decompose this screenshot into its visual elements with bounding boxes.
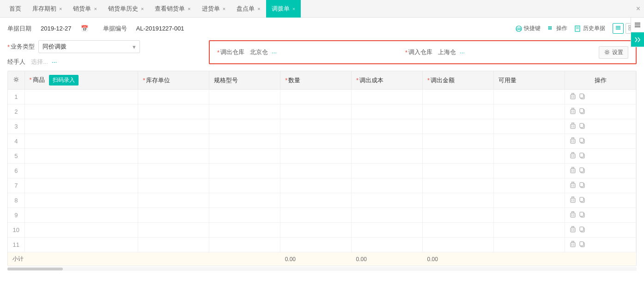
row-product[interactable]: [24, 164, 138, 178]
row-qty[interactable]: [280, 104, 352, 119]
row-available[interactable]: [494, 134, 565, 149]
row-cost[interactable]: [352, 164, 423, 178]
row-unit[interactable]: [138, 238, 209, 252]
row-qty[interactable]: [280, 134, 352, 149]
row-spec[interactable]: [209, 164, 280, 178]
copy-icon[interactable]: [579, 211, 585, 219]
operations-button[interactable]: 操作: [548, 24, 567, 32]
copy-icon[interactable]: [579, 122, 585, 130]
row-spec[interactable]: [209, 90, 280, 104]
table-gear-icon[interactable]: [13, 77, 19, 84]
row-product[interactable]: [24, 193, 138, 208]
delete-icon[interactable]: [570, 167, 576, 175]
layout-list-btn[interactable]: [613, 23, 624, 34]
row-product[interactable]: [24, 149, 138, 164]
delete-icon[interactable]: [570, 93, 576, 101]
row-product[interactable]: [24, 178, 138, 193]
tab-view-sales[interactable]: 查看销货单 ×: [149, 0, 196, 18]
close-inventory-init[interactable]: ×: [59, 6, 62, 12]
close-view-sales[interactable]: ×: [188, 6, 190, 12]
calendar-icon[interactable]: 📅: [81, 25, 88, 32]
row-cost[interactable]: [352, 178, 423, 193]
row-unit[interactable]: [138, 104, 209, 119]
delete-icon[interactable]: [570, 182, 576, 189]
delete-icon[interactable]: [570, 226, 576, 234]
delete-icon[interactable]: [570, 137, 576, 145]
row-qty[interactable]: [280, 164, 352, 178]
row-unit[interactable]: [138, 90, 209, 104]
row-available[interactable]: [494, 104, 565, 119]
horizontal-scrollbar[interactable]: [7, 267, 637, 271]
row-amount[interactable]: [423, 208, 494, 223]
person-select[interactable]: 选择...: [31, 58, 48, 66]
sidebar-expand-btn[interactable]: [631, 32, 644, 47]
row-product[interactable]: [24, 223, 138, 238]
row-available[interactable]: [494, 238, 565, 252]
row-qty[interactable]: [280, 238, 352, 252]
row-qty[interactable]: [280, 178, 352, 193]
row-product[interactable]: [24, 90, 138, 104]
person-more-btn[interactable]: ···: [52, 58, 57, 66]
row-available[interactable]: [494, 193, 565, 208]
row-unit[interactable]: [138, 223, 209, 238]
row-unit[interactable]: [138, 119, 209, 134]
sidebar-list-btn[interactable]: [631, 18, 644, 32]
row-cost[interactable]: [352, 104, 423, 119]
row-amount[interactable]: [423, 134, 494, 149]
row-product[interactable]: [24, 104, 138, 119]
row-amount[interactable]: [423, 178, 494, 193]
copy-icon[interactable]: [579, 241, 585, 249]
row-available[interactable]: [494, 164, 565, 178]
close-purchase-order[interactable]: ×: [223, 6, 225, 12]
close-sales-order[interactable]: ×: [94, 6, 97, 12]
tab-inventory-count[interactable]: 盘点单 ×: [231, 0, 266, 18]
row-available[interactable]: [494, 223, 565, 238]
row-amount[interactable]: [423, 104, 494, 119]
history-button[interactable]: 历史单据: [575, 24, 605, 32]
row-spec[interactable]: [209, 119, 280, 134]
row-qty[interactable]: [280, 90, 352, 104]
copy-icon[interactable]: [579, 108, 585, 116]
row-amount[interactable]: [423, 193, 494, 208]
settings-button[interactable]: 设置: [599, 46, 628, 59]
row-unit[interactable]: [138, 208, 209, 223]
row-spec[interactable]: [209, 223, 280, 238]
row-available[interactable]: [494, 90, 565, 104]
scroll-thumb[interactable]: [7, 268, 63, 270]
row-cost[interactable]: [352, 149, 423, 164]
delete-icon[interactable]: [570, 108, 576, 116]
row-unit[interactable]: [138, 134, 209, 149]
row-qty[interactable]: [280, 119, 352, 134]
row-amount[interactable]: [423, 90, 494, 104]
delete-icon[interactable]: [570, 241, 576, 249]
row-qty[interactable]: [280, 193, 352, 208]
row-cost[interactable]: [352, 119, 423, 134]
row-product[interactable]: [24, 238, 138, 252]
row-cost[interactable]: [352, 134, 423, 149]
row-spec[interactable]: [209, 178, 280, 193]
row-amount[interactable]: [423, 238, 494, 252]
row-available[interactable]: [494, 149, 565, 164]
row-amount[interactable]: [423, 164, 494, 178]
warehouse-in-more-btn[interactable]: ···: [460, 49, 465, 56]
row-cost[interactable]: [352, 193, 423, 208]
row-cost[interactable]: [352, 238, 423, 252]
row-product[interactable]: [24, 208, 138, 223]
tab-inventory-init[interactable]: 库存期初 ×: [27, 0, 67, 18]
row-amount[interactable]: [423, 149, 494, 164]
row-available[interactable]: [494, 119, 565, 134]
row-spec[interactable]: [209, 104, 280, 119]
delete-icon[interactable]: [570, 196, 576, 204]
tab-sales-order[interactable]: 销货单 ×: [67, 0, 102, 18]
tab-home[interactable]: 首页: [4, 0, 27, 18]
business-type-select[interactable]: 同价调拨 ▾: [38, 40, 140, 53]
delete-icon[interactable]: [570, 211, 576, 219]
copy-icon[interactable]: [579, 93, 585, 101]
row-unit[interactable]: [138, 193, 209, 208]
copy-icon[interactable]: [579, 167, 585, 175]
row-amount[interactable]: [423, 223, 494, 238]
row-cost[interactable]: [352, 90, 423, 104]
close-inventory-count[interactable]: ×: [257, 6, 260, 12]
row-product[interactable]: [24, 134, 138, 149]
warehouse-out-more-btn[interactable]: ···: [272, 49, 277, 56]
